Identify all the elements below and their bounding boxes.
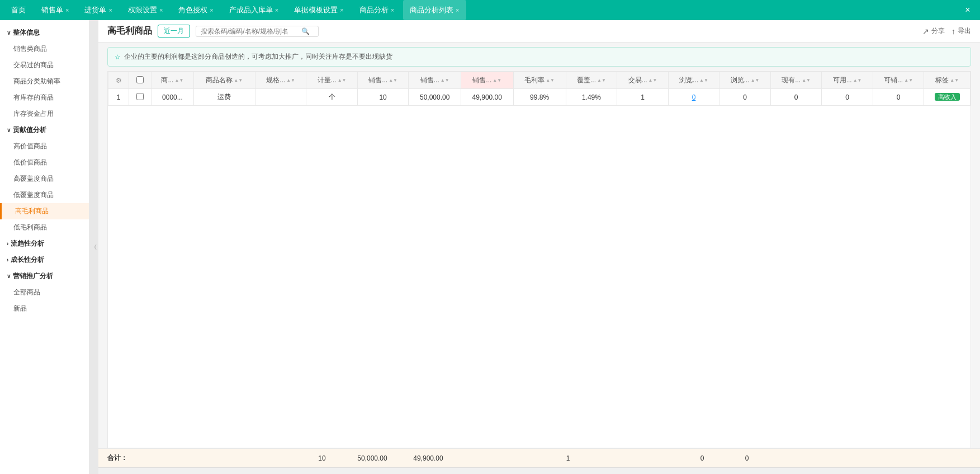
col-header-browse-rate[interactable]: 浏览... ▲▼: [719, 72, 771, 89]
sort-arrows-gross-rate: ▲▼: [546, 78, 555, 83]
search-input[interactable]: [201, 27, 301, 35]
data-table-container[interactable]: ⚙ 商... ▲▼ 商品名称: [107, 71, 971, 448]
search-box[interactable]: 🔍: [196, 26, 319, 37]
row-seq: 1: [108, 89, 129, 106]
nav-template-settings[interactable]: 单据模板设置 ×: [287, 0, 350, 20]
sort-arrows-browse-rate: ▲▼: [751, 78, 760, 83]
col-header-checkbox[interactable]: [129, 72, 152, 89]
filter-recent-month-button[interactable]: 近一月: [158, 25, 190, 37]
nav-product-analysis-list-close[interactable]: ×: [456, 7, 459, 13]
nav-product-inbound-close[interactable]: ×: [275, 7, 278, 13]
row-available: 0: [822, 89, 873, 106]
col-header-spec[interactable]: 规格... ▲▼: [255, 72, 306, 89]
info-banner: ☆ 企业的主要的利润都是这部分商品创造的，可考虑加大推广，同时关注库存是不要出现…: [107, 47, 971, 67]
col-header-name[interactable]: 商品名称 ▲▼: [193, 72, 255, 89]
row-sales-cost: 49,900.00: [461, 89, 513, 106]
export-icon: ↑: [951, 27, 955, 36]
share-button[interactable]: ↗ 分享: [922, 26, 945, 36]
row-unit: 个: [306, 89, 358, 106]
nav-home[interactable]: 首页: [4, 0, 32, 20]
sidebar-item-low-coverage[interactable]: 低覆盖度商品: [0, 187, 89, 203]
col-header-coverage[interactable]: 覆盖... ▲▼: [566, 72, 617, 89]
nav-role-auth-close[interactable]: ×: [210, 7, 213, 13]
col-header-unit[interactable]: 计量... ▲▼: [306, 72, 358, 89]
col-header-sellable[interactable]: 可销... ▲▼: [873, 72, 924, 89]
export-button[interactable]: ↑ 导出: [951, 26, 971, 36]
sidebar-group-overall-arrow: ∨: [7, 30, 11, 36]
sort-arrows-sellable: ▲▼: [904, 78, 913, 83]
nav-permission-close[interactable]: ×: [159, 7, 163, 13]
nav-purchase-order[interactable]: 进货单 ×: [78, 0, 119, 20]
col-header-sales-cost[interactable]: 销售... ▲▼: [461, 72, 513, 89]
page-title: 高毛利商品: [107, 25, 152, 37]
row-name: 运费: [193, 89, 255, 106]
sidebar-group-marketing[interactable]: ∨ 营销推广分析: [0, 268, 89, 284]
nav-sales-order-close[interactable]: ×: [65, 7, 69, 13]
row-select-checkbox[interactable]: [136, 93, 144, 100]
sidebar-item-sales-goods[interactable]: 销售类商品: [0, 41, 89, 57]
sidebar-item-high-coverage[interactable]: 高覆盖度商品: [0, 171, 89, 187]
sidebar-item-traded-goods[interactable]: 交易过的商品: [0, 57, 89, 73]
sidebar-group-contribution[interactable]: ∨ 贡献值分析: [0, 122, 89, 138]
sidebar-item-stock-capital[interactable]: 库存资金占用: [0, 106, 89, 122]
row-gross-rate: 99.8%: [513, 89, 566, 106]
sidebar-group-trend[interactable]: › 流趋性分析: [0, 236, 89, 252]
col-header-transactions[interactable]: 交易... ▲▼: [617, 72, 669, 89]
col-header-gross-rate[interactable]: 毛利率 ▲▼: [513, 72, 566, 89]
nav-role-auth[interactable]: 角色授权 ×: [172, 0, 220, 20]
col-header-browse-count[interactable]: 浏览... ▲▼: [668, 72, 719, 89]
col-header-stock[interactable]: 现有... ▲▼: [770, 72, 822, 89]
footer-label: 合计：: [107, 453, 127, 463]
row-browse-count[interactable]: 0: [668, 89, 719, 106]
row-checkbox[interactable]: [129, 89, 152, 106]
search-icon[interactable]: 🔍: [301, 27, 310, 35]
sidebar-item-low-margin[interactable]: 低毛利商品: [0, 219, 89, 236]
nav-product-inbound[interactable]: 产成品入库单 ×: [222, 0, 285, 20]
nav-product-analysis-list[interactable]: 商品分析列表 ×: [403, 0, 466, 20]
col-header-gear[interactable]: ⚙: [108, 72, 129, 89]
footer-sales-qty: 10: [300, 454, 344, 462]
row-transactions: 1: [617, 89, 669, 106]
nav-sales-order[interactable]: 销售单 ×: [35, 0, 75, 20]
row-sales-amount: 50,000.00: [409, 89, 461, 106]
nav-template-settings-close[interactable]: ×: [340, 7, 343, 13]
header-actions: ↗ 分享 ↑ 导出: [922, 26, 971, 36]
col-header-sales-qty[interactable]: 销售... ▲▼: [357, 72, 409, 89]
share-icon: ↗: [922, 27, 929, 36]
nav-purchase-order-close[interactable]: ×: [108, 7, 112, 13]
sort-arrows-sales-amount: ▲▼: [441, 78, 449, 83]
sort-arrows-browse-count: ▲▼: [699, 78, 708, 83]
sort-arrows-tag: ▲▼: [950, 78, 959, 83]
nav-product-analysis-close[interactable]: ×: [391, 7, 394, 13]
select-all-checkbox[interactable]: [136, 76, 144, 83]
col-header-tag[interactable]: 标签 ▲▼: [924, 72, 970, 89]
sidebar-group-overall[interactable]: ∨ 整体信息: [0, 25, 89, 41]
col-header-code[interactable]: 商... ▲▼: [152, 72, 194, 89]
col-header-sales-amount[interactable]: 销售... ▲▼: [409, 72, 461, 89]
footer-totals: 合计： 10 50,000.00 49,900.00 1 0 0: [98, 448, 980, 467]
sidebar-group-growth[interactable]: › 成长性分析: [0, 252, 89, 268]
sidebar-collapse-button[interactable]: 《: [89, 20, 98, 474]
sidebar-item-in-stock-goods[interactable]: 有库存的商品: [0, 90, 89, 106]
nav-product-analysis[interactable]: 商品分析 ×: [353, 0, 401, 20]
bottom-scrollbar[interactable]: [98, 467, 980, 474]
sidebar-group-trend-arrow: ›: [7, 241, 8, 247]
nav-permission[interactable]: 权限设置 ×: [121, 0, 169, 20]
tip-icon: ☆: [115, 53, 121, 61]
sort-arrows-coverage: ▲▼: [597, 78, 606, 83]
top-nav: 首页 销售单 × 进货单 × 权限设置 × 角色授权 × 产成品入库单 × 单据…: [0, 0, 980, 20]
main-layout: ∨ 整体信息 销售类商品 交易过的商品 商品分类助销率 有库存的商品 库存资金占…: [0, 20, 980, 474]
col-header-available[interactable]: 可用... ▲▼: [822, 72, 873, 89]
sort-arrows-available: ▲▼: [853, 78, 862, 83]
window-close-button[interactable]: ×: [960, 2, 976, 18]
sidebar-item-category-assist[interactable]: 商品分类助销率: [0, 73, 89, 90]
content-header: 高毛利商品 近一月 🔍 ↗ 分享 ↑ 导出: [98, 20, 980, 43]
sidebar-item-high-value[interactable]: 高价值商品: [0, 138, 89, 154]
sidebar-group-growth-arrow: ›: [7, 257, 8, 263]
sidebar-item-high-margin[interactable]: 高毛利商品: [0, 203, 89, 219]
row-sellable: 0: [873, 89, 924, 106]
browse-count-link[interactable]: 0: [692, 93, 696, 101]
sidebar-item-new-goods[interactable]: 新品: [0, 301, 89, 317]
sidebar-item-all-goods[interactable]: 全部商品: [0, 284, 89, 301]
sidebar-item-low-value[interactable]: 低价值商品: [0, 154, 89, 171]
